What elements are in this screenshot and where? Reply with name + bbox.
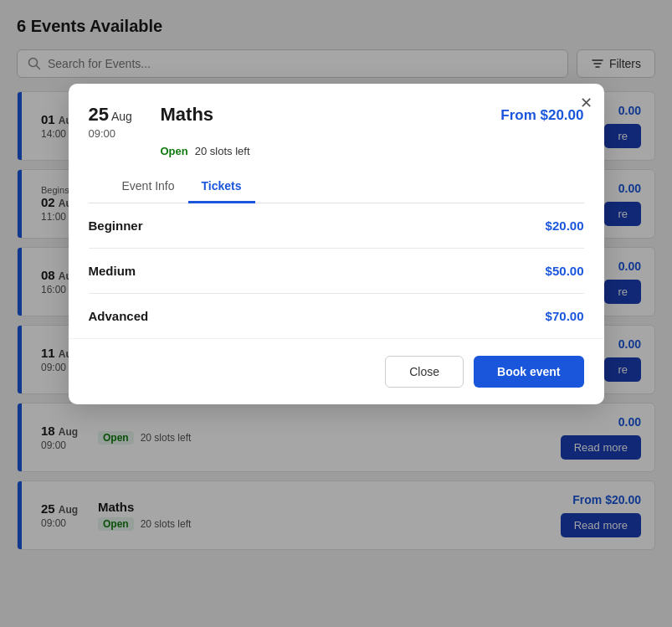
ticket-level: Medium [89, 264, 136, 278]
modal-date-block: 25 Aug 09:00 [89, 104, 147, 140]
ticket-price: $20.00 [546, 218, 584, 233]
ticket-row: Medium $50.00 [89, 249, 584, 294]
modal-event-name: Maths [147, 104, 501, 126]
book-event-button[interactable]: Book event [474, 356, 583, 388]
modal-title-row: 25 Aug 09:00 Maths From $20.00 [89, 104, 584, 140]
close-button[interactable]: Close [385, 356, 464, 388]
ticket-level: Advanced [89, 309, 149, 323]
modal-slots: 20 slots left [195, 145, 250, 157]
tab-tickets[interactable]: Tickets [188, 171, 255, 203]
modal-dialog: ✕ 25 Aug 09:00 Maths From $20.00 Open 20… [69, 84, 604, 404]
modal-footer: Close Book event [69, 338, 604, 404]
modal-tabs: Event Info Tickets [89, 171, 584, 203]
modal-price: From $20.00 [500, 107, 583, 124]
modal-body: Beginner $20.00 Medium $50.00 Advanced $… [69, 203, 604, 338]
modal-close-icon[interactable]: ✕ [580, 95, 592, 110]
ticket-row: Advanced $70.00 [89, 294, 584, 338]
modal-status-row: Open 20 slots left [89, 145, 584, 157]
ticket-price: $70.00 [546, 309, 584, 323]
page-container: 6 Events Available Filters 01 Aug 14:00 [0, 0, 672, 627]
tab-event-info[interactable]: Event Info [109, 171, 188, 203]
modal-header: ✕ 25 Aug 09:00 Maths From $20.00 Open 20… [69, 84, 604, 203]
modal-status-badge: Open [161, 145, 188, 157]
ticket-level: Beginner [89, 218, 143, 233]
modal-overlay: ✕ 25 Aug 09:00 Maths From $20.00 Open 20… [0, 0, 672, 627]
ticket-price: $50.00 [546, 264, 584, 278]
ticket-row: Beginner $20.00 [89, 203, 584, 249]
